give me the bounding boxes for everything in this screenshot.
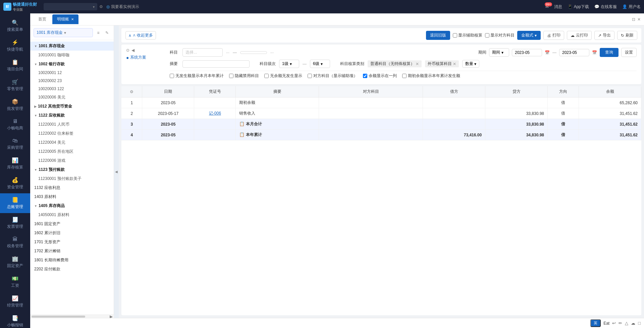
show-aux-checkbox[interactable]: 显示辅助核算 [453,32,482,38]
subject-1405[interactable]: ▼ 1405 库存商品 [30,201,114,210]
level-to-select[interactable]: 6级 ▾ [310,60,330,68]
cb-balance-in-one-input[interactable] [363,74,367,78]
sidebar-item-project[interactable]: 📋 项目合同 [0,56,30,75]
tab-close-window-icon[interactable]: ✕ [637,17,641,22]
tab-detail[interactable]: 明细账 ✕ [52,14,78,24]
sidebar-item-management[interactable]: 📈 经营管理 [0,292,30,312]
list-view-icon[interactable]: ≡ [95,29,102,36]
show-aux-input[interactable] [453,33,457,38]
demo-link[interactable]: ◎ 我要看实例演示 [106,4,139,10]
subject-11220005[interactable]: 11220005 所在地区 [30,147,114,156]
tab-home[interactable]: 首页 [34,14,51,24]
bottom-icon-3[interactable]: △ [625,321,628,326]
sidebar-item-tax[interactable]: 🏛 税务管理 [0,233,30,252]
tab-maximize-icon[interactable]: ⊡ [632,17,635,22]
cb-ytd-input[interactable] [402,74,407,78]
show-opposite-checkbox[interactable]: 显示对方科目 [485,32,515,38]
subject-1123[interactable]: ▼ 1123 预付账款 [30,165,114,174]
quantity-tag[interactable]: 数量 ▾ [462,60,479,68]
cb-opposite-show[interactable]: 对方科目（显示辅助项） [308,73,358,79]
sidebar-item-capital[interactable]: 💰 资金管理 [0,174,30,193]
subject-2202[interactable]: 2202 应付账款 [30,265,114,274]
bottom-icon-1[interactable]: ↩ [612,321,616,326]
filter-scheme-icon[interactable]: ⊙ [126,48,129,53]
cb-no-balance-input[interactable] [170,74,174,78]
sidebar-item-ecommerce[interactable]: 🖥 小畅电商 [0,115,30,134]
sidebar-item-nav[interactable]: ⚡ 快捷导航 [0,36,30,56]
tag-ordinary-close[interactable]: ✕ [416,62,419,66]
sidebar-item-purchase[interactable]: 🛍 采购管理 [0,134,30,154]
th-settings[interactable]: ⚙ [121,86,142,97]
subject-11230001[interactable]: 11230001 预付账款美子 [30,174,114,183]
cb-hide-disabled[interactable]: 隐藏禁用科目 [229,73,259,79]
bottom-icon-4[interactable]: ☁ [631,321,635,326]
sidebar-item-search[interactable]: 🔍 搜索菜单 [0,16,30,36]
subject-11220006[interactable]: 11220006 游戏 [30,156,114,165]
subject-1801[interactable]: 1801 长期待摊费用 [30,256,114,265]
refresh-btn[interactable]: ↻ 刷新 [617,31,637,40]
cb-hide-disabled-input[interactable] [229,74,233,78]
cb-ytd[interactable]: 期初余额显示本年累计发生额 [402,73,460,79]
cb-no-balance[interactable]: 无发生额显示本月本年累计 [170,73,224,79]
subject-1122[interactable]: ▼ 1122 应收账款 [30,111,114,120]
app-download-btn[interactable]: 📱 App下载 [568,4,589,10]
cb-balance-in-one[interactable]: 余额显示在一列 [363,73,397,79]
subject-1701[interactable]: 1701 无形资产 [30,238,114,247]
period-end-input[interactable] [559,49,589,56]
sidebar-item-ledger[interactable]: 📒 总账管理 [0,193,30,213]
period-type-select[interactable]: 期间 ▾ [489,48,509,57]
show-opposite-input[interactable] [485,33,489,38]
tree-view-icon[interactable]: ✎ [104,29,110,36]
tab-close-icon[interactable]: ✕ [71,17,74,21]
subject-11220004[interactable]: 11220004 美元 [30,138,114,147]
scroll-right-btn[interactable]: ▶ [108,314,114,318]
subject-1012[interactable]: ▶ 1012 其他货币资金 [30,102,114,111]
bottom-icon-5[interactable]: □ [638,321,641,326]
summary-input[interactable] [182,60,250,68]
amount-style-btn[interactable]: 金额式 ▾ [517,31,541,40]
return-old-btn[interactable]: 退回旧版 [426,31,450,40]
cb-opposite-show-input[interactable] [308,74,312,78]
lang-btn[interactable]: 英 [590,319,601,327]
subject-1602[interactable]: 1602 累计折旧 [30,228,114,238]
subject-11220001[interactable]: 11220001 人民币 [30,120,114,129]
notification-btn[interactable]: ✉ 99+ [545,4,549,9]
query-btn[interactable]: 查询 [600,48,619,57]
subject-1002[interactable]: ▼ 1002 银行存款 [30,60,114,69]
level-from-select[interactable]: 1级 ▾ [279,60,299,68]
subject-select-end[interactable] [240,51,267,54]
bottom-icon-2[interactable]: ✏ [619,321,622,326]
expand-more-btn[interactable]: ∧ ∧ 收起更多 [125,31,156,40]
account-select[interactable]: 1001 库存现金 ▾ [34,28,93,37]
voucher-link[interactable]: 记-006 [209,111,221,116]
sidebar-item-salary[interactable]: 💵 工资 [0,272,30,292]
filter-settings-btn[interactable]: 设置 [621,48,637,57]
top-settings-icon[interactable]: ⚙ [99,4,103,9]
export-btn[interactable]: ↗ 导出 [594,31,614,40]
cb-no-balance-show-input[interactable] [264,74,269,78]
sidebar-item-wholesale[interactable]: 📦 批发管理 [0,95,30,115]
subject-10020003[interactable]: 10020003 122 [30,85,114,93]
print-btn[interactable]: 🖨 打印 [543,31,564,40]
subject-select[interactable]: 选择... [182,48,223,57]
online-service-btn[interactable]: 💬 在线客服 [594,4,617,10]
scheme-label[interactable]: 系统方案 [130,55,146,60]
subject-1001[interactable]: ▼ 1001 库存现金 [30,42,114,51]
cloud-print-btn[interactable]: ☁ 云打印 [567,31,592,40]
subject-1403[interactable]: 1403 原材料 [30,192,114,201]
subject-10020001[interactable]: 10020001 12 [30,69,114,77]
subject-1702[interactable]: 1702 累计摊销 [30,247,114,256]
table-cell[interactable]: 记-006 [194,108,236,119]
filter-collapse-icon[interactable]: ◀ [131,48,135,53]
sidebar-item-inventory[interactable]: 📊 库存核算 [0,154,30,174]
sidebar-item-invoice[interactable]: 🧾 发票管理 [0,213,30,233]
subject-11220002[interactable]: 11220002 往来标签 [30,129,114,138]
cb-no-balance-show[interactable]: 无余额无发生显示 [264,73,302,79]
sidebar-item-expense[interactable]: 📑 小畅报销 [0,312,30,328]
sidebar-item-assets[interactable]: 🏢 固定资产 [0,252,30,272]
top-search-input[interactable] [44,3,97,10]
user-btn[interactable]: 👤 用户名 [622,4,641,10]
period-start-input[interactable] [512,49,542,56]
subject-10010001[interactable]: 10010001 咖啡咖 [30,51,114,60]
subject-10020002[interactable]: 10020002 23 [30,77,114,85]
